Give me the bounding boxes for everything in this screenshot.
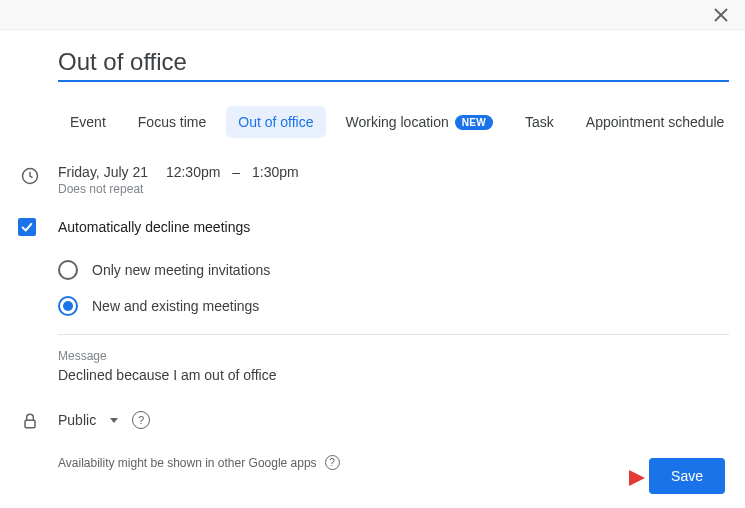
event-title-text: Out of office (58, 48, 729, 76)
lock-icon (16, 409, 58, 431)
tab-event[interactable]: Event (58, 106, 118, 138)
dialog-topbar (0, 0, 745, 30)
help-icon[interactable]: ? (132, 411, 150, 429)
radio-label: Only new meeting invitations (92, 262, 270, 278)
start-time: 12:30pm (166, 164, 220, 180)
radio-only-new[interactable]: Only new meeting invitations (58, 252, 729, 288)
message-label: Message (58, 349, 729, 363)
svg-rect-3 (25, 420, 35, 428)
radio-new-and-existing[interactable]: New and existing meetings (58, 288, 729, 324)
event-title-field[interactable]: Out of office (58, 48, 729, 82)
help-icon[interactable]: ? (325, 455, 340, 470)
save-button[interactable]: Save (649, 458, 725, 494)
clock-icon (16, 164, 58, 186)
availability-note: Availability might be shown in other Goo… (58, 456, 317, 470)
repeat-text[interactable]: Does not repeat (58, 182, 729, 196)
divider (58, 334, 729, 335)
end-time: 1:30pm (252, 164, 299, 180)
datetime-display[interactable]: Friday, July 21 12:30pm – 1:30pm (58, 164, 729, 180)
svg-marker-5 (629, 470, 645, 486)
tab-focus-time[interactable]: Focus time (126, 106, 218, 138)
close-icon[interactable] (711, 5, 731, 25)
time-separator: – (232, 164, 240, 180)
visibility-value: Public (58, 412, 96, 428)
event-type-tabs: Event Focus time Out of office Working l… (58, 106, 729, 138)
tab-working-location[interactable]: Working location NEW (334, 106, 505, 138)
radio-icon (58, 296, 78, 316)
visibility-select[interactable]: Public (58, 412, 118, 428)
new-badge: NEW (455, 115, 493, 130)
date-text: Friday, July 21 (58, 164, 148, 180)
message-field[interactable]: Declined because I am out of office (58, 367, 729, 383)
radio-label: New and existing meetings (92, 298, 259, 314)
tab-out-of-office[interactable]: Out of office (226, 106, 325, 138)
auto-decline-checkbox[interactable] (18, 218, 36, 236)
tab-task[interactable]: Task (513, 106, 566, 138)
radio-icon (58, 260, 78, 280)
tab-appointment-schedule[interactable]: Appointment schedule (574, 106, 737, 138)
chevron-down-icon (110, 418, 118, 423)
auto-decline-label: Automatically decline meetings (58, 219, 250, 235)
